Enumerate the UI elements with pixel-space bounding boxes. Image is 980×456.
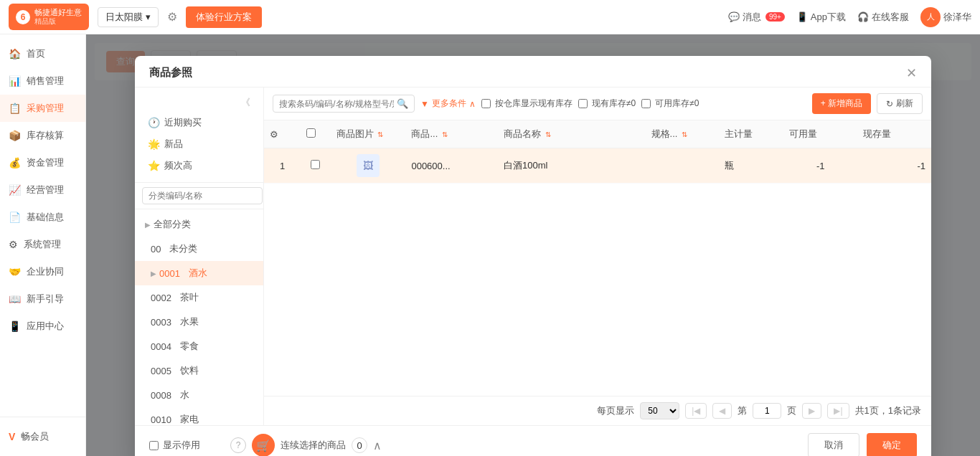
- logo-area[interactable]: 6 畅捷通好生意 精品版: [9, 4, 89, 30]
- settings-col-icon[interactable]: ⚙: [270, 129, 278, 140]
- cat-uncategorized[interactable]: 00 未分类: [135, 237, 263, 261]
- th-check: [301, 120, 330, 148]
- add-product-btn[interactable]: + 新增商品: [812, 93, 871, 114]
- settings-icon[interactable]: ⚙: [167, 10, 177, 24]
- cancel-btn[interactable]: 取消: [808, 433, 859, 456]
- sort-spec-icon[interactable]: ⇅: [682, 130, 687, 138]
- top-nav: 6 畅捷通好生意 精品版 日太阳膜 ▾ ⚙ 体验行业方案 💬 消息 99+ 📱 …: [0, 0, 980, 34]
- finance-icon: 💰: [9, 157, 21, 168]
- filter-more-btn[interactable]: ▼ 更多条件 ∧: [420, 98, 476, 110]
- th-settings: ⚙: [264, 120, 301, 148]
- sidebar-item-sales[interactable]: 📊 销售管理: [0, 67, 85, 95]
- chevron-up-icon: ∧: [469, 99, 476, 109]
- table-row[interactable]: 1 🖼: [264, 148, 931, 184]
- show-disabled-area: 显示停用: [149, 439, 200, 452]
- experience-btn[interactable]: 体验行业方案: [186, 6, 262, 28]
- page-suffix: 页: [787, 404, 796, 417]
- next-page-btn[interactable]: ▶: [802, 403, 821, 419]
- page-input[interactable]: [753, 403, 781, 419]
- cell-img: 🖼: [331, 148, 406, 184]
- sort-name-icon[interactable]: ⇅: [545, 130, 551, 138]
- sidebar-item-operations[interactable]: 📈 经营管理: [0, 176, 85, 204]
- expand-icon: ▶: [145, 221, 151, 229]
- basic-info-icon: 📄: [9, 212, 21, 223]
- last-page-btn[interactable]: ▶|: [827, 403, 849, 419]
- cat-water[interactable]: 0008 水: [135, 383, 263, 407]
- cat-appliance[interactable]: 0010 家电: [135, 407, 263, 425]
- cat-all[interactable]: ▶ 全部分类: [135, 212, 263, 237]
- modal-overlay: 商品参照 ✕ 《 🕐 近期购买 🌟: [86, 34, 980, 456]
- store-selector[interactable]: 日太阳膜 ▾: [98, 7, 159, 27]
- select-all-checkbox[interactable]: [306, 128, 316, 138]
- product-search-box: 🔍: [273, 95, 415, 113]
- refresh-product-btn[interactable]: ↻ 刷新: [877, 93, 923, 114]
- cat-liquor[interactable]: ▶ 0001 酒水: [135, 261, 263, 285]
- cell-spec: [646, 148, 720, 184]
- online-service-btn[interactable]: 🎧 在线客服: [857, 11, 909, 24]
- sidebar-item-inventory[interactable]: 📦 库存核算: [0, 122, 85, 149]
- modal-header: 商品参照 ✕: [135, 56, 931, 87]
- cat-fruit[interactable]: 0003 水果: [135, 310, 263, 334]
- headset-icon: 🎧: [857, 11, 869, 22]
- sidebar-item-apps[interactable]: 📱 应用中心: [0, 313, 85, 340]
- first-page-btn[interactable]: |◀: [685, 403, 707, 419]
- cell-stock: -1: [857, 148, 931, 184]
- sort-code-icon[interactable]: ⇅: [442, 130, 448, 138]
- page-size-select[interactable]: 50 10 20 100: [640, 402, 679, 419]
- sidebar-item-enterprise[interactable]: 🤝 企业协同: [0, 258, 85, 285]
- sidebar-item-guide[interactable]: 📖 新手引导: [0, 285, 85, 313]
- img-icon: 🖼: [363, 160, 373, 171]
- sort-img-icon[interactable]: ⇅: [377, 130, 383, 138]
- product-search-input[interactable]: [279, 99, 394, 109]
- refresh-icon: ↻: [886, 99, 893, 109]
- warehouse-checkbox[interactable]: [481, 99, 491, 108]
- member-icon: V: [9, 431, 15, 442]
- sidebar: 🏠 首页 📊 销售管理 📋 采购管理 📦 库存核算 💰 资金管理 📈 经营管理 …: [0, 34, 86, 456]
- cell-num: 1: [264, 148, 301, 184]
- sidebar-item-basic-info[interactable]: 📄 基础信息: [0, 204, 85, 231]
- user-area[interactable]: 人 徐泽华: [920, 7, 971, 27]
- th-code: 商品... ⇅: [405, 120, 498, 148]
- apps-icon: 📱: [9, 320, 21, 332]
- purchase-icon: 📋: [9, 103, 21, 114]
- confirm-btn[interactable]: 确定: [867, 433, 917, 456]
- sidebar-item-member[interactable]: V 畅会员: [0, 423, 85, 450]
- active-expand-icon: ▶: [151, 270, 156, 277]
- quick-frequent[interactable]: ⭐ 频次高: [142, 155, 256, 176]
- enterprise-icon: 🤝: [9, 266, 21, 277]
- th-name: 商品名称 ⇅: [498, 120, 646, 148]
- cart-btn[interactable]: 🛒: [252, 434, 275, 456]
- th-stock: 现存量: [857, 120, 931, 148]
- cat-tea[interactable]: 0002 茶叶: [135, 285, 263, 310]
- cart-area: ? 🛒 连续选择的商品 0 ∧: [230, 434, 382, 456]
- sidebar-item-finance[interactable]: 💰 资金管理: [0, 149, 85, 176]
- show-disabled-checkbox[interactable]: [149, 441, 159, 450]
- cell-avail: -1: [783, 148, 857, 184]
- app-download-btn[interactable]: 📱 App下载: [796, 11, 846, 24]
- th-avail: 可用量: [783, 120, 857, 148]
- cart-badge: 🛒: [252, 434, 275, 456]
- close-icon[interactable]: ✕: [906, 67, 917, 80]
- product-panel: 🔍 ▼ 更多条件 ∧ 按仓库显示现有库存: [264, 87, 931, 425]
- sidebar-item-purchase[interactable]: 📋 采购管理: [0, 95, 85, 122]
- product-thumbnail: 🖼: [357, 154, 380, 177]
- prev-page-btn[interactable]: ◀: [712, 403, 732, 419]
- sidebar-item-system[interactable]: ⚙ 系统管理: [0, 231, 85, 258]
- quick-new[interactable]: 🌟 新品: [142, 133, 256, 155]
- th-spec: 规格... ⇅: [646, 120, 720, 148]
- avail-not-zero-checkbox[interactable]: [641, 99, 651, 108]
- message-btn[interactable]: 💬 消息 99+: [728, 11, 785, 24]
- cat-drink[interactable]: 0005 饮料: [135, 358, 263, 383]
- sidebar-item-home[interactable]: 🏠 首页: [0, 40, 85, 67]
- footer-buttons: 取消 确定: [808, 433, 917, 456]
- cat-snack[interactable]: 0004 零食: [135, 334, 263, 358]
- help-icon[interactable]: ?: [230, 437, 246, 453]
- product-table: ⚙ 商品图片 ⇅: [264, 120, 931, 184]
- collapse-selected-btn[interactable]: ∧: [373, 439, 382, 452]
- search-icon[interactable]: 🔍: [397, 98, 408, 109]
- row-checkbox[interactable]: [311, 160, 320, 169]
- stock-not-zero-checkbox[interactable]: [578, 99, 588, 108]
- quick-recent[interactable]: 🕐 近期购买: [142, 112, 256, 133]
- collapse-cat-btn[interactable]: 《: [142, 93, 256, 112]
- category-search-input[interactable]: [142, 187, 263, 204]
